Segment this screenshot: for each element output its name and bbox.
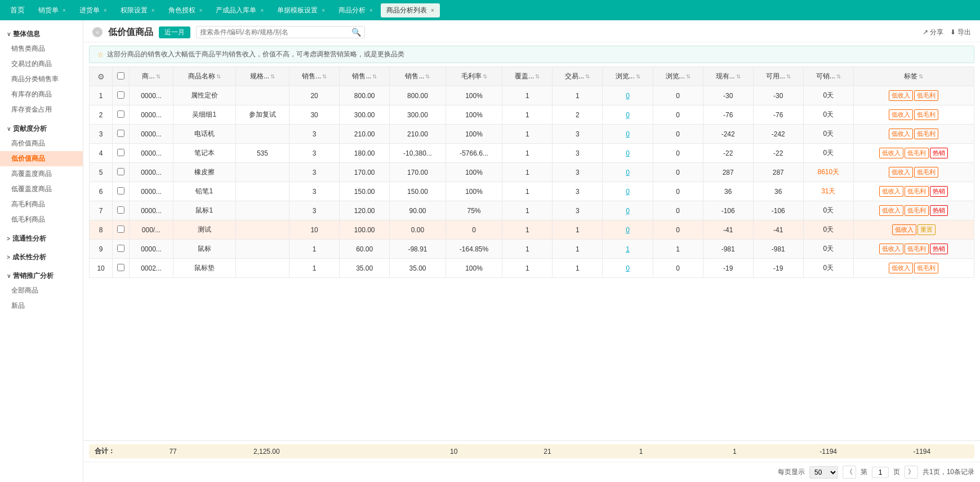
col-sale-amount[interactable]: 销售...⇅ — [340, 67, 390, 86]
col-saleable[interactable]: 可销...⇅ — [803, 67, 853, 86]
totals-row: 合计： 77 2,125.00 10 21 1 1 -1194 -1194 — [89, 444, 974, 458]
row-current-stock: -106 — [703, 201, 753, 220]
sidebar-item-stock-capital[interactable]: 库存资金占用 — [0, 102, 83, 117]
view-link[interactable]: 0 — [626, 207, 630, 215]
row-checkbox[interactable] — [117, 130, 124, 137]
per-page-label: 每页显示 — [778, 467, 805, 477]
sidebar-item-category-sales-rate[interactable]: 商品分类销售率 — [0, 72, 83, 87]
view-link[interactable]: 0 — [626, 169, 630, 176]
close-icon[interactable]: × — [260, 7, 264, 14]
close-icon[interactable]: × — [152, 7, 155, 14]
col-sale-qty[interactable]: 销售...⇅ — [289, 67, 340, 86]
total-trade-count: 21 — [501, 448, 594, 456]
close-icon[interactable]: × — [369, 7, 373, 14]
sidebar-item-high-coverage[interactable]: 高覆盖度商品 — [0, 166, 83, 182]
close-icon[interactable]: × — [322, 7, 325, 14]
col-trade-count[interactable]: 交易...⇅ — [553, 67, 603, 86]
row-checkbox[interactable] — [117, 206, 124, 214]
export-button[interactable]: ⬇ 导出 — [950, 28, 971, 37]
row-sale-profit: 300.00 — [390, 105, 446, 125]
sidebar-group-liquidity-title[interactable]: > 流通性分析 — [0, 232, 83, 246]
col-tags[interactable]: 标签⇅ — [853, 67, 974, 86]
sidebar-group-overall-title[interactable]: ∨ 整体信息 — [0, 27, 83, 41]
row-checkbox[interactable] — [117, 110, 124, 118]
view-link[interactable]: 1 — [626, 245, 630, 253]
row-checkbox[interactable] — [117, 264, 124, 271]
nav-product-analysis[interactable]: 商品分析 × — [333, 3, 378, 17]
row-sale-amount: 150.00 — [340, 182, 390, 201]
col-gear[interactable]: ⚙ — [90, 67, 113, 86]
sidebar-item-sales-products[interactable]: 销售类商品 — [0, 41, 83, 56]
total-view2: 1 — [688, 448, 781, 456]
col-current-stock[interactable]: 现有...⇅ — [703, 67, 753, 86]
close-icon[interactable]: × — [199, 7, 203, 14]
sidebar-item-low-value[interactable]: 低价值商品 — [0, 151, 83, 166]
filter-period-button[interactable]: 近一月 — [159, 26, 190, 38]
close-icon[interactable]: × — [431, 7, 434, 14]
search-icon[interactable]: 🔍 — [351, 28, 361, 37]
row-margin: -5766.6... — [446, 144, 502, 163]
col-view1[interactable]: 浏览...⇅ — [603, 67, 653, 86]
close-icon[interactable]: × — [63, 7, 66, 14]
collapse-sidebar-button[interactable]: « — [92, 27, 103, 37]
page-title: 低价值商品 — [108, 26, 153, 38]
sidebar-item-low-coverage[interactable]: 低覆盖度商品 — [0, 182, 83, 197]
view-link[interactable]: 0 — [626, 130, 630, 138]
sidebar-item-new-products[interactable]: 新品 — [0, 298, 83, 313]
view-link[interactable]: 0 — [626, 188, 630, 196]
nav-template-settings[interactable]: 单据模板设置 × — [271, 3, 331, 17]
nav-role-auth[interactable]: 角色授权 × — [163, 3, 208, 17]
col-margin[interactable]: 毛利率⇅ — [446, 67, 502, 86]
row-current-stock: -76 — [703, 105, 753, 125]
per-page-select[interactable]: 50 100 200 — [809, 466, 838, 479]
sidebar-item-high-value[interactable]: 高价值商品 — [0, 136, 83, 151]
col-view2[interactable]: 浏览...⇅ — [653, 67, 703, 86]
share-button[interactable]: ↗ 分享 — [923, 28, 943, 37]
col-select-all[interactable] — [113, 67, 130, 86]
close-icon[interactable]: × — [104, 7, 107, 14]
page-number-input[interactable] — [872, 467, 889, 478]
search-input[interactable] — [200, 28, 351, 36]
sidebar-item-low-margin[interactable]: 低毛利商品 — [0, 212, 83, 227]
row-saleable: 31天 — [803, 182, 853, 201]
row-checkbox[interactable] — [117, 225, 124, 233]
view-link[interactable]: 0 — [626, 226, 630, 234]
chevron-right-icon: > — [7, 236, 10, 242]
row-view2: 0 — [653, 259, 703, 278]
row-current-stock: -981 — [703, 240, 753, 259]
sidebar-group-growth-title[interactable]: > 成长性分析 — [0, 250, 83, 264]
col-sale-profit[interactable]: 销售...⇅ — [390, 67, 446, 86]
nav-purchase-order[interactable]: 进货单 × — [74, 3, 113, 17]
sidebar-item-high-margin[interactable]: 高毛利商品 — [0, 197, 83, 212]
row-sale-qty: 10 — [289, 220, 340, 240]
sidebar-group-contribution-title[interactable]: ∨ 贡献度分析 — [0, 122, 83, 136]
view-link[interactable]: 0 — [626, 264, 630, 272]
row-checkbox[interactable] — [117, 168, 124, 175]
nav-home[interactable]: 首页 — [5, 3, 30, 17]
sidebar-item-traded-products[interactable]: 交易过的商品 — [0, 56, 83, 72]
row-view2: 0 — [653, 144, 703, 163]
nav-sales-order[interactable]: 销货单 × — [33, 3, 72, 17]
sidebar-item-all-products[interactable]: 全部商品 — [0, 283, 83, 298]
row-checkbox[interactable] — [117, 245, 124, 252]
sidebar-item-stocked-products[interactable]: 有库存的商品 — [0, 87, 83, 102]
col-available[interactable]: 可用...⇅ — [753, 67, 803, 86]
nav-permission-settings[interactable]: 权限设置 × — [115, 3, 161, 17]
row-checkbox[interactable] — [117, 91, 124, 99]
view-link[interactable]: 0 — [626, 111, 630, 119]
view-link[interactable]: 0 — [626, 149, 630, 157]
col-spec[interactable]: 规格...⇅ — [235, 67, 289, 86]
select-all-checkbox[interactable] — [117, 72, 124, 79]
row-checkbox[interactable] — [117, 187, 124, 194]
nav-product-analysis-list[interactable]: 商品分析列表 × — [381, 3, 440, 17]
first-page-button[interactable]: 《 — [843, 466, 856, 479]
nav-product-warehouse[interactable]: 产成品入库单 × — [210, 3, 269, 17]
row-sale-profit: 35.00 — [390, 259, 446, 278]
sidebar-group-marketing-title[interactable]: ∨ 营销推广分析 — [0, 269, 83, 283]
next-page-button[interactable]: 》 — [905, 466, 918, 479]
col-name[interactable]: 商品名称⇅ — [173, 67, 235, 86]
col-coverage[interactable]: 覆盖...⇅ — [502, 67, 553, 86]
row-checkbox[interactable] — [117, 149, 124, 156]
col-code[interactable]: 商...⇅ — [130, 67, 173, 86]
view-link[interactable]: 0 — [626, 92, 630, 100]
